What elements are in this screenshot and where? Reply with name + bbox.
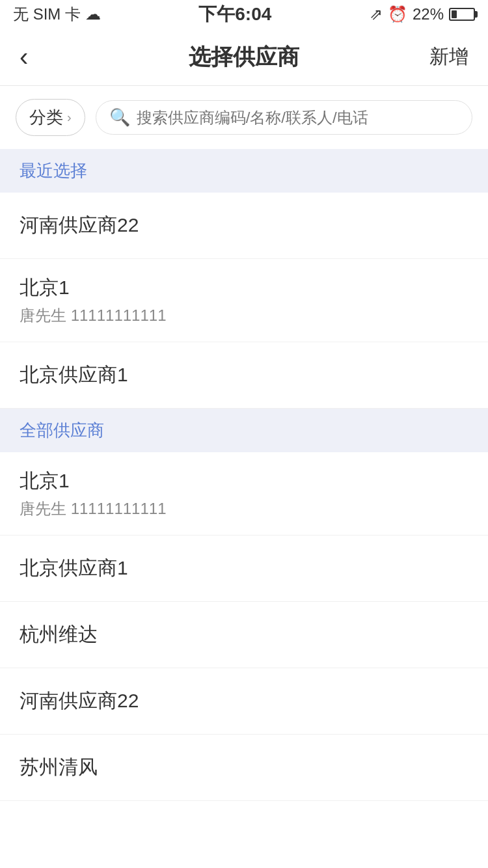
item-name: 河南供应商22	[20, 212, 468, 239]
sim-status: 无 SIM 卡 ☁	[13, 4, 101, 25]
status-right: ⇗ ⏰ 22%	[370, 5, 475, 23]
list-item[interactable]: 河南供应商22	[0, 668, 488, 735]
search-input[interactable]	[137, 109, 459, 127]
item-name: 杭州维达	[20, 621, 468, 648]
list-item[interactable]: 杭州维达	[0, 602, 488, 668]
category-button[interactable]: 分类 ›	[16, 99, 85, 136]
all-section-header: 全部供应商	[0, 409, 488, 452]
item-name: 北京供应商1	[20, 555, 468, 582]
battery-text: 22%	[413, 5, 444, 23]
item-contact: 唐先生 11111111111	[20, 498, 468, 519]
back-button[interactable]: ‹	[20, 42, 59, 72]
chevron-down-icon: ›	[67, 110, 72, 125]
list-item[interactable]: 河南供应商22	[0, 193, 488, 259]
battery-icon	[449, 8, 475, 21]
item-name: 北京1	[20, 468, 468, 495]
filter-bar: 分类 › 🔍	[0, 86, 488, 149]
item-name: 苏州清风	[20, 754, 468, 781]
recent-items-list: 河南供应商22 北京1 唐先生 11111111111 北京供应商1	[0, 193, 488, 409]
all-items-list: 北京1 唐先生 11111111111 北京供应商1杭州维达河南供应商22苏州清…	[0, 452, 488, 801]
status-bar: 无 SIM 卡 ☁ 下午6:04 ⇗ ⏰ 22%	[0, 0, 488, 29]
list-item[interactable]: 苏州清风	[0, 735, 488, 801]
search-icon: 🔍	[109, 107, 130, 128]
item-name: 北京供应商1	[20, 362, 468, 388]
status-time: 下午6:04	[198, 2, 271, 27]
recent-section-header: 最近选择	[0, 149, 488, 193]
list-item[interactable]: 北京1 唐先生 11111111111	[0, 452, 488, 536]
list-item[interactable]: 北京供应商1	[0, 536, 488, 602]
item-name: 河南供应商22	[20, 688, 468, 714]
search-box: 🔍	[96, 100, 472, 135]
list-item[interactable]: 北京1 唐先生 11111111111	[0, 259, 488, 342]
item-name: 北京1	[20, 275, 468, 301]
page-title: 选择供应商	[189, 42, 299, 72]
list-item[interactable]: 北京供应商1	[0, 342, 488, 409]
add-button[interactable]: 新增	[429, 44, 468, 70]
item-contact: 唐先生 11111111111	[20, 305, 468, 326]
nav-bar: ‹ 选择供应商 新增	[0, 29, 488, 86]
category-label: 分类	[29, 106, 63, 129]
status-left: 无 SIM 卡 ☁	[13, 4, 101, 25]
location-icon: ⇗	[370, 5, 383, 23]
alarm-icon: ⏰	[388, 5, 407, 23]
